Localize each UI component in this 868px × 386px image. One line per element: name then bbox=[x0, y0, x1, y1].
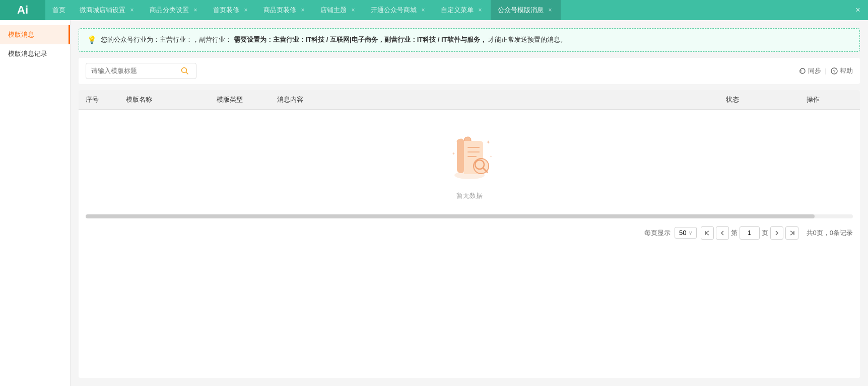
table-column-header: 模版类型 bbox=[210, 90, 270, 109]
sidebar: 模版消息模版消息记录 bbox=[0, 20, 71, 386]
table-column-header: 序号 bbox=[79, 90, 119, 109]
help-button[interactable]: ? 帮助 bbox=[831, 66, 853, 75]
empty-state: ✦ ✦ ✦ 暂无数据 bbox=[79, 110, 860, 210]
tab-close-button[interactable]: × bbox=[547, 7, 554, 14]
tab-close-button[interactable]: × bbox=[299, 7, 306, 14]
global-close-button[interactable]: × bbox=[848, 0, 868, 20]
tab-item[interactable]: 自定义菜单× bbox=[434, 0, 491, 20]
table-header: 序号模版名称模版类型消息内容状态操作 bbox=[79, 90, 860, 110]
sidebar-item[interactable]: 模版消息记录 bbox=[0, 44, 70, 63]
table-column-header: 模版名称 bbox=[119, 90, 210, 109]
tab-close-button[interactable]: × bbox=[242, 7, 249, 14]
top-nav: Ai 首页微商城店铺设置×商品分类设置×首页装修×商品页装修×店铺主题×开通公众… bbox=[0, 0, 868, 20]
tab-item[interactable]: 公众号模版消息× bbox=[491, 0, 561, 20]
svg-text:?: ? bbox=[833, 69, 835, 74]
total-records-label: 共0页，0条记录 bbox=[807, 228, 853, 238]
next-page-button[interactable] bbox=[770, 226, 783, 240]
last-page-icon bbox=[789, 230, 794, 236]
search-icon bbox=[181, 67, 189, 75]
notice-box: 💡 您的公众号行业为：主营行业：，副营行业： 需要设置为：主营行业：IT科技 /… bbox=[79, 28, 860, 52]
search-input[interactable] bbox=[86, 64, 177, 77]
table-wrap: 序号模版名称模版类型消息内容状态操作 bbox=[79, 90, 860, 378]
sidebar-item[interactable]: 模版消息 bbox=[0, 25, 70, 44]
tab-close-button[interactable]: × bbox=[350, 7, 357, 14]
next-page-icon bbox=[774, 230, 779, 236]
empty-text-label: 暂无数据 bbox=[456, 191, 483, 200]
tabs-container: 首页微商城店铺设置×商品分类设置×首页装修×商品页装修×店铺主题×开通公众号商城… bbox=[45, 0, 848, 20]
table-column-header: 操作 bbox=[799, 90, 860, 109]
tab-item[interactable]: 商品分类设置× bbox=[143, 0, 206, 20]
svg-text:✦: ✦ bbox=[490, 155, 492, 158]
per-page-value: 50 bbox=[679, 229, 686, 237]
prev-page-button[interactable] bbox=[716, 226, 729, 240]
tab-item[interactable]: 首页装修× bbox=[206, 0, 256, 20]
sync-button[interactable]: 同步 bbox=[799, 66, 821, 75]
tab-item[interactable]: 首页 bbox=[45, 0, 73, 20]
tab-item[interactable]: 开通公众号商城× bbox=[364, 0, 434, 20]
toolbar-right: 同步 | ? 帮助 bbox=[799, 66, 853, 75]
per-page-select[interactable]: 50 ∨ bbox=[675, 227, 696, 239]
main-layout: 模版消息模版消息记录 💡 您的公众号行业为：主营行业：，副营行业： 需要设置为：… bbox=[0, 20, 868, 386]
scrollbar-thumb[interactable] bbox=[86, 214, 815, 218]
page-number-input[interactable] bbox=[740, 226, 760, 240]
tab-close-button[interactable]: × bbox=[192, 7, 199, 14]
table-column-header: 状态 bbox=[719, 90, 799, 109]
content-area: 💡 您的公众号行业为：主营行业：，副营行业： 需要设置为：主营行业：IT科技 /… bbox=[71, 20, 868, 386]
notice-icon: 💡 bbox=[87, 35, 97, 44]
table-column-header: 消息内容 bbox=[270, 90, 719, 109]
notice-highlight: 需要设置为：主营行业：IT科技 / 互联网|电子商务，副营行业：IT科技 / I… bbox=[234, 36, 487, 43]
last-page-button[interactable] bbox=[785, 226, 798, 240]
first-page-button[interactable] bbox=[701, 226, 714, 240]
tab-close-button[interactable]: × bbox=[420, 7, 427, 14]
svg-line-1 bbox=[186, 72, 188, 74]
per-page-label: 每页显示 bbox=[644, 228, 671, 238]
page-navigation: 第 页 bbox=[701, 226, 798, 240]
notice-text: 您的公众号行业为：主营行业：，副营行业： 需要设置为：主营行业：IT科技 / 互… bbox=[101, 35, 567, 45]
prev-page-icon bbox=[720, 230, 725, 236]
tab-close-button[interactable]: × bbox=[477, 7, 484, 14]
svg-text:✦: ✦ bbox=[452, 151, 455, 156]
first-page-icon bbox=[705, 230, 710, 236]
sync-icon bbox=[799, 67, 806, 74]
brand-logo: Ai bbox=[0, 0, 45, 20]
search-input-wrap bbox=[86, 63, 196, 79]
svg-text:✦: ✦ bbox=[486, 139, 490, 145]
page-label-2: 页 bbox=[762, 228, 768, 238]
page-label-1: 第 bbox=[731, 228, 738, 238]
tab-item[interactable]: 商品页装修× bbox=[256, 0, 313, 20]
tab-item[interactable]: 微商城店铺设置× bbox=[73, 0, 143, 20]
toolbar-divider: | bbox=[825, 67, 827, 74]
empty-icon: ✦ ✦ ✦ bbox=[442, 130, 497, 185]
help-icon: ? bbox=[831, 67, 838, 74]
per-page-arrow-icon: ∨ bbox=[689, 230, 692, 236]
search-bar: 同步 | ? 帮助 bbox=[79, 58, 860, 84]
pagination: 每页显示 50 ∨ 第 页 bbox=[79, 222, 860, 246]
search-button[interactable] bbox=[177, 63, 193, 79]
tab-item[interactable]: 店铺主题× bbox=[313, 0, 364, 20]
tab-close-button[interactable]: × bbox=[128, 7, 136, 14]
horizontal-scrollbar[interactable] bbox=[86, 214, 853, 218]
empty-illustration: ✦ ✦ ✦ bbox=[442, 130, 497, 185]
